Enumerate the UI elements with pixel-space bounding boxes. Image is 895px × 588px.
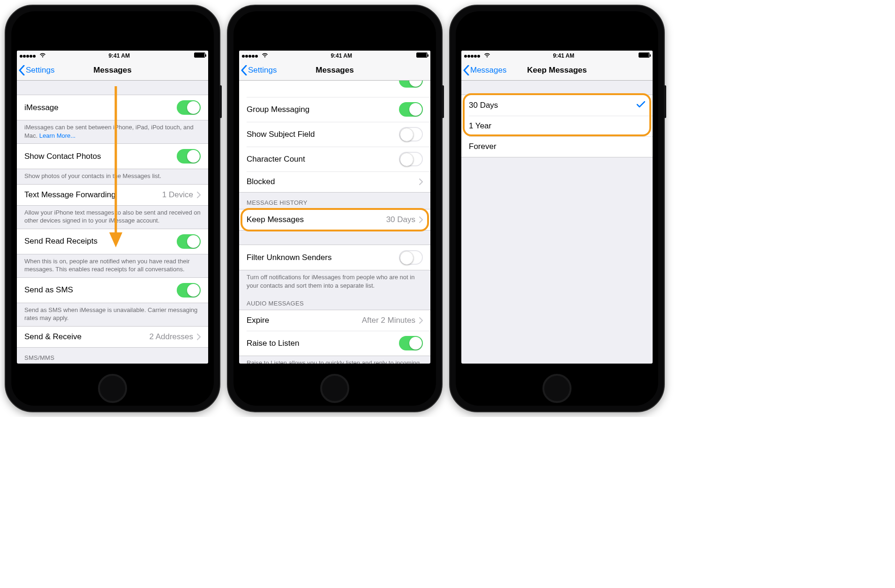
phone-frame-2: 9:41 AM Settings Messages Group Messagi xyxy=(227,5,443,412)
raise-to-listen-toggle[interactable] xyxy=(399,336,423,350)
nav-bar: Settings Messages xyxy=(239,60,430,81)
battery-icon xyxy=(192,52,205,59)
send-as-sms-row[interactable]: Send as SMS xyxy=(17,278,208,303)
group-messaging-row[interactable]: Group Messaging xyxy=(239,97,430,122)
home-button[interactable] xyxy=(542,374,572,403)
status-time: 9:41 AM xyxy=(553,52,574,59)
send-receive-label: Send & Receive xyxy=(24,332,82,342)
blocked-row[interactable]: Blocked xyxy=(239,171,430,192)
chevron-right-icon xyxy=(419,179,423,185)
raise-to-listen-footer: Raise to Listen allows you to quickly li… xyxy=(239,356,430,364)
partial-row xyxy=(239,81,430,97)
imessage-footer: iMessages can be sent between iPhone, iP… xyxy=(17,120,208,143)
filter-unknown-footer: Turn off notifications for iMessages fro… xyxy=(239,270,430,293)
option-forever[interactable]: Forever xyxy=(461,136,653,157)
phone-frame-1: 9:41 AM Settings Messages iMessage xyxy=(5,5,220,412)
message-history-header: MESSAGE HISTORY xyxy=(239,193,430,209)
group-messaging-toggle[interactable] xyxy=(399,102,423,117)
back-label: Settings xyxy=(248,66,277,75)
expire-row[interactable]: Expire After 2 Minutes xyxy=(239,310,430,331)
raise-to-listen-row[interactable]: Raise to Listen xyxy=(239,331,430,356)
status-bar: 9:41 AM xyxy=(239,51,430,60)
option-1-year-label: 1 Year xyxy=(469,121,491,131)
chevron-right-icon xyxy=(197,192,201,198)
learn-more-link[interactable]: Learn More... xyxy=(39,132,75,139)
option-30-days[interactable]: 30 Days xyxy=(461,95,653,116)
option-forever-label: Forever xyxy=(469,142,496,151)
text-forwarding-row[interactable]: Text Message Forwarding 1 Device xyxy=(17,185,208,205)
expire-value: After 2 Minutes xyxy=(362,316,415,325)
send-as-sms-toggle[interactable] xyxy=(177,283,201,298)
send-receive-value: 2 Addresses xyxy=(149,332,193,342)
read-receipts-row[interactable]: Send Read Receipts xyxy=(17,229,208,254)
status-bar: 9:41 AM xyxy=(17,51,208,60)
text-forwarding-label: Text Message Forwarding xyxy=(24,190,116,200)
send-receive-row[interactable]: Send & Receive 2 Addresses xyxy=(17,327,208,347)
group-messaging-label: Group Messaging xyxy=(247,105,309,114)
back-button[interactable]: Settings xyxy=(17,65,54,75)
checkmark-icon xyxy=(637,101,645,110)
sms-mms-header: SMS/MMS xyxy=(17,348,208,364)
filter-unknown-toggle[interactable] xyxy=(399,250,423,265)
show-subject-label: Show Subject Field xyxy=(247,130,315,139)
phone-frame-3: 9:41 AM Messages Keep Messages 30 Days xyxy=(449,5,665,412)
blocked-label: Blocked xyxy=(247,177,275,186)
imessage-toggle[interactable] xyxy=(177,100,201,115)
battery-icon xyxy=(414,52,428,59)
home-button[interactable] xyxy=(320,374,349,403)
read-receipts-footer: When this is on, people are notified whe… xyxy=(17,254,208,277)
read-receipts-label: Send Read Receipts xyxy=(24,237,98,246)
status-time: 9:41 AM xyxy=(108,52,130,59)
signal-dots-icon xyxy=(20,52,46,59)
back-button[interactable]: Messages xyxy=(461,65,506,75)
contact-photos-row[interactable]: Show Contact Photos xyxy=(17,144,208,169)
character-count-toggle[interactable] xyxy=(399,152,423,166)
status-bar: 9:41 AM xyxy=(461,51,653,60)
back-label: Settings xyxy=(26,66,54,75)
nav-bar: Messages Keep Messages xyxy=(461,60,653,81)
home-button[interactable] xyxy=(98,374,127,403)
partial-toggle[interactable] xyxy=(399,81,423,88)
filter-unknown-row[interactable]: Filter Unknown Senders xyxy=(239,245,430,270)
show-subject-toggle[interactable] xyxy=(399,127,423,141)
expire-label: Expire xyxy=(247,316,269,325)
text-forwarding-value: 1 Device xyxy=(162,190,193,200)
audio-messages-header: AUDIO MESSAGES xyxy=(239,293,430,310)
signal-dots-icon xyxy=(242,52,268,59)
character-count-label: Character Count xyxy=(247,155,305,164)
battery-icon xyxy=(637,52,650,59)
contact-photos-label: Show Contact Photos xyxy=(24,152,101,161)
filter-unknown-label: Filter Unknown Senders xyxy=(247,253,331,262)
status-time: 9:41 AM xyxy=(331,52,352,59)
character-count-row[interactable]: Character Count xyxy=(239,147,430,171)
imessage-label: iMessage xyxy=(24,103,59,112)
read-receipts-toggle[interactable] xyxy=(177,234,201,249)
keep-messages-value: 30 Days xyxy=(386,215,415,224)
text-forwarding-footer: Allow your iPhone text messages to also … xyxy=(17,206,208,229)
contact-photos-footer: Show photos of your contacts in the Mess… xyxy=(17,169,208,184)
chevron-left-icon xyxy=(463,65,469,75)
keep-messages-label: Keep Messages xyxy=(247,215,304,224)
imessage-row[interactable]: iMessage xyxy=(17,95,208,120)
back-button[interactable]: Settings xyxy=(239,65,277,75)
back-label: Messages xyxy=(470,66,506,75)
option-1-year[interactable]: 1 Year xyxy=(461,116,653,136)
chevron-right-icon xyxy=(197,334,201,340)
chevron-right-icon xyxy=(419,317,423,324)
signal-dots-icon xyxy=(464,52,490,59)
send-as-sms-footer: Send as SMS when iMessage is unavailable… xyxy=(17,303,208,326)
raise-to-listen-label: Raise to Listen xyxy=(247,339,299,348)
chevron-left-icon xyxy=(241,65,247,75)
keep-messages-row[interactable]: Keep Messages 30 Days xyxy=(239,209,430,230)
contact-photos-toggle[interactable] xyxy=(177,149,201,164)
show-subject-row[interactable]: Show Subject Field xyxy=(239,122,430,147)
option-30-days-label: 30 Days xyxy=(469,101,498,110)
send-as-sms-label: Send as SMS xyxy=(24,285,73,295)
chevron-right-icon xyxy=(419,216,423,223)
nav-bar: Settings Messages xyxy=(17,60,208,81)
chevron-left-icon xyxy=(19,65,25,75)
